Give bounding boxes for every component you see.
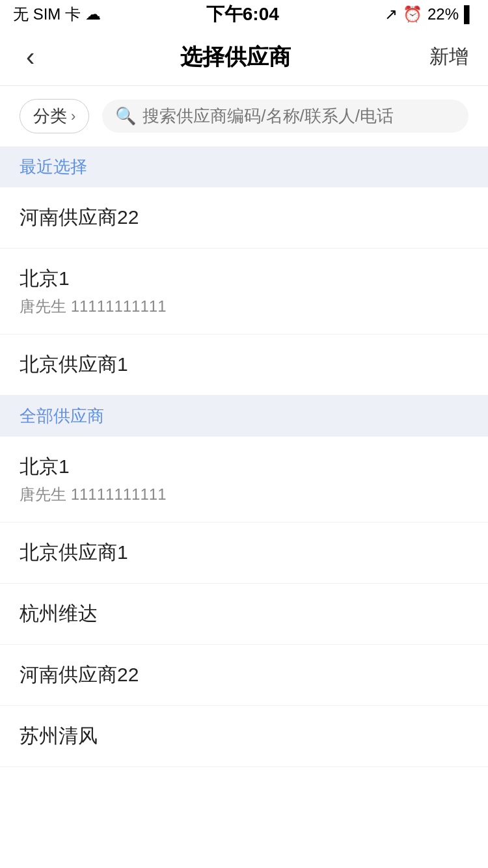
all-list: 北京1唐先生 11111111111北京供应商1杭州维达河南供应商22苏州清风 [0,437,488,767]
page-title: 选择供应商 [180,42,291,72]
supplier-name: 河南供应商22 [20,204,468,231]
supplier-name: 北京供应商1 [20,351,468,378]
all-section-label: 全部供应商 [20,406,104,426]
supplier-name: 北京供应商1 [20,539,468,566]
supplier-name: 北京1 [20,265,468,292]
recent-section-label: 最近选择 [20,157,87,176]
supplier-name: 苏州清风 [20,723,468,750]
search-input[interactable] [142,106,455,126]
nav-bar: ‹ 选择供应商 新增 [0,29,488,86]
list-item[interactable]: 河南供应商22 [0,645,488,706]
list-item[interactable]: 苏州清风 [0,706,488,767]
status-bar: 无 SIM 卡 ☁ 下午6:04 ↗ ⏰ 22% ▌ [0,0,488,29]
filter-row: 分类 › 🔍 [0,86,488,146]
no-sim-label: 无 SIM 卡 ☁ [13,4,101,25]
search-box[interactable]: 🔍 [102,100,468,133]
status-time: 下午6:04 [206,2,279,27]
list-item[interactable]: 杭州维达 [0,584,488,645]
status-right: ↗ ⏰ 22% ▌ [385,5,475,23]
list-item[interactable]: 北京供应商1 [0,334,488,396]
recent-section-header: 最近选择 [0,146,488,187]
supplier-sub: 唐先生 11111111111 [20,296,468,317]
list-item[interactable]: 河南供应商22 [0,187,488,249]
recent-list: 河南供应商22北京1唐先生 11111111111北京供应商1 [0,187,488,396]
list-item[interactable]: 北京供应商1 [0,522,488,584]
alarm-icon: ⏰ [403,5,422,23]
supplier-name: 河南供应商22 [20,662,468,688]
all-section-header: 全部供应商 [0,396,488,437]
battery-icon: ▌ [464,5,475,23]
search-icon: 🔍 [115,106,136,126]
list-item[interactable]: 北京1唐先生 11111111111 [0,249,488,334]
back-button[interactable]: ‹ [20,36,41,78]
category-filter[interactable]: 分类 › [20,99,89,133]
supplier-sub: 唐先生 11111111111 [20,484,468,505]
supplier-name: 北京1 [20,454,468,480]
status-left: 无 SIM 卡 ☁ [13,4,101,25]
add-button[interactable]: 新增 [429,44,468,70]
chevron-right-icon: › [71,108,75,125]
category-label: 分类 [33,105,67,128]
battery-label: 22% [427,5,459,23]
location-icon: ↗ [385,5,398,23]
list-item[interactable]: 北京1唐先生 11111111111 [0,437,488,522]
supplier-name: 杭州维达 [20,601,468,627]
